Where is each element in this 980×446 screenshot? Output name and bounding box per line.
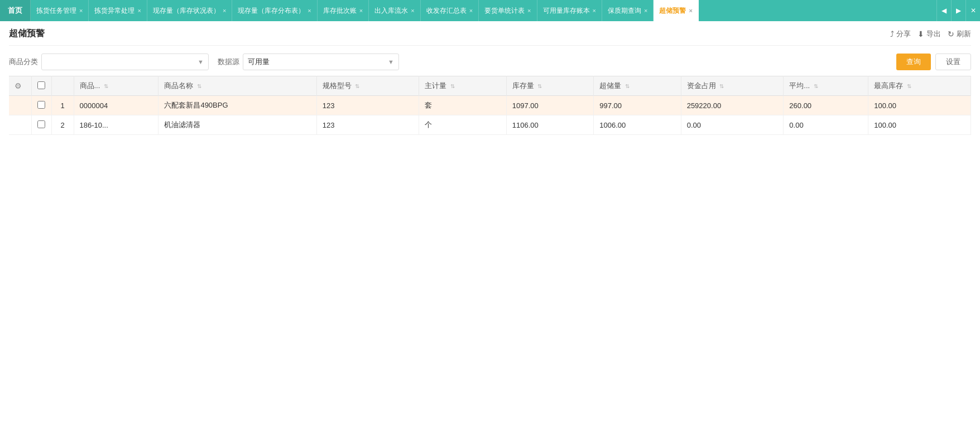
nav-arrow-left[interactable]: ◀ <box>936 0 951 21</box>
sort-stock-icon[interactable]: ⇅ <box>537 83 542 89</box>
sort-max-stock-icon[interactable]: ⇅ <box>907 83 911 89</box>
table-row: 2 186-10... 机油滤清器 123 个 1106.00 1006.00 … <box>9 115 971 135</box>
row-over-stock: 997.00 <box>594 96 681 115</box>
nav-recv-summary[interactable]: 收发存汇总表 × <box>421 0 479 21</box>
export-button[interactable]: ⬇ 导出 <box>917 29 941 39</box>
row-goods-name: 机油滤清器 <box>158 115 316 135</box>
row-capital: 259220.00 <box>681 96 784 115</box>
share-button[interactable]: ⤴ 分享 <box>890 29 911 39</box>
export-icon: ⬇ <box>917 30 924 38</box>
nav-inventory-status-label: 现存量（库存状况表） <box>153 6 220 16</box>
category-select[interactable]: ▼ <box>41 54 209 70</box>
close-recv-summary-icon[interactable]: × <box>469 7 473 14</box>
close-batch-icon[interactable]: × <box>359 7 363 14</box>
table-header-row: ⚙ 商品... ⇅ 商品名称 ⇅ 规格型号 ⇅ <box>9 76 971 96</box>
close-quality-check-icon[interactable]: × <box>644 7 647 14</box>
settings-button[interactable]: 设置 <box>935 54 971 70</box>
category-dropdown-icon: ▼ <box>198 59 204 65</box>
close-abnormal-icon[interactable]: × <box>137 7 141 14</box>
row-checkbox[interactable] <box>37 120 45 128</box>
export-label: 导出 <box>926 29 941 39</box>
sort-spec-icon[interactable]: ⇅ <box>355 83 359 89</box>
nav-home-label: 首页 <box>8 6 22 16</box>
row-gear-cell <box>9 96 31 115</box>
close-inventory-dist-icon[interactable]: × <box>308 7 311 14</box>
col-spec[interactable]: 规格型号 ⇅ <box>316 76 419 96</box>
refresh-icon: ↻ <box>948 30 954 38</box>
nav-batch-label: 库存批次账 <box>323 6 357 16</box>
nav-over-storage-label: 超储预警 <box>659 6 686 16</box>
header-actions: ⤴ 分享 ⬇ 导出 ↻ 刷新 <box>890 29 971 39</box>
col-max-stock[interactable]: 最高库存 ⇅ <box>868 76 971 96</box>
nav-quality-check[interactable]: 保质期查询 × <box>602 0 654 21</box>
nav-arrows: ◀ ▶ ✕ <box>936 0 980 21</box>
nav-recv-summary-label: 收发存汇总表 <box>426 6 467 16</box>
nav-task-mgmt-label: 拣货任务管理 <box>36 6 76 16</box>
table-row: 1 0000004 六配套新昌490BPG 123 套 1097.00 997.… <box>9 96 971 115</box>
nav-inventory-dist[interactable]: 现存量（库存分布表） × <box>232 0 317 21</box>
nav-inventory-status[interactable]: 现存量（库存状况表） × <box>147 0 232 21</box>
col-gear: ⚙ <box>9 76 31 96</box>
datasource-select[interactable]: 可用量 ▼ <box>243 54 399 70</box>
filter-datasource: 数据源 可用量 ▼ <box>218 54 399 70</box>
row-spec: 123 <box>316 115 419 135</box>
nav-batch[interactable]: 库存批次账 × <box>318 0 369 21</box>
close-order-stats-icon[interactable]: × <box>527 7 531 14</box>
row-over-stock: 1006.00 <box>594 115 681 135</box>
col-max-stock-label: 最高库存 <box>874 81 903 90</box>
top-navigation: 首页 拣货任务管理 × 拣货异常处理 × 现存量（库存状况表） × 现存量（库存… <box>0 0 980 21</box>
gear-icon[interactable]: ⚙ <box>15 81 22 90</box>
row-max-stock: 100.00 <box>868 115 971 135</box>
nav-arrow-right[interactable]: ▶ <box>951 0 965 21</box>
nav-abnormal-label: 拣货异常处理 <box>94 6 134 16</box>
nav-available-acct[interactable]: 可用量库存账本 × <box>537 0 602 21</box>
sort-unit-icon[interactable]: ⇅ <box>450 83 455 89</box>
col-stock[interactable]: 库存量 ⇅ <box>506 76 593 96</box>
sort-goods-code-icon[interactable]: ⇅ <box>104 83 108 89</box>
row-stock: 1106.00 <box>506 115 593 135</box>
page-header: 超储预警 ⤴ 分享 ⬇ 导出 ↻ 刷新 <box>9 21 971 46</box>
page-title: 超储预警 <box>9 28 45 40</box>
nav-order-stats[interactable]: 要货单统计表 × <box>479 0 537 21</box>
share-label: 分享 <box>896 29 911 39</box>
col-avg[interactable]: 平均... ⇅ <box>784 76 868 96</box>
sort-capital-icon[interactable]: ⇅ <box>719 83 724 89</box>
row-checkbox[interactable] <box>37 101 45 109</box>
table-body: 1 0000004 六配套新昌490BPG 123 套 1097.00 997.… <box>9 96 971 135</box>
query-button[interactable]: 查询 <box>896 54 931 70</box>
col-goods-name-label: 商品名称 <box>164 81 193 90</box>
col-capital[interactable]: 资金占用 ⇅ <box>681 76 784 96</box>
nav-home[interactable]: 首页 <box>0 0 31 21</box>
nav-over-storage[interactable]: 超储预警 × <box>654 0 698 21</box>
nav-task-mgmt[interactable]: 拣货任务管理 × <box>31 0 89 21</box>
close-inout-flow-icon[interactable]: × <box>411 7 414 14</box>
datasource-select-value: 可用量 <box>248 57 270 67</box>
row-capital: 0.00 <box>681 115 784 135</box>
col-goods-code[interactable]: 商品... ⇅ <box>74 76 158 96</box>
nav-inventory-dist-label: 现存量（库存分布表） <box>238 6 305 16</box>
col-unit[interactable]: 主计量 ⇅ <box>419 76 506 96</box>
category-label: 商品分类 <box>9 57 38 67</box>
close-available-acct-icon[interactable]: × <box>593 7 596 14</box>
refresh-button[interactable]: ↻ 刷新 <box>948 29 971 39</box>
nav-arrow-close[interactable]: ✕ <box>965 0 980 21</box>
row-unit: 个 <box>419 115 506 135</box>
row-goods-code: 0000004 <box>74 96 158 115</box>
row-number: 1 <box>51 96 74 115</box>
col-goods-name[interactable]: 商品名称 ⇅ <box>158 76 316 96</box>
select-all-checkbox[interactable] <box>37 81 45 89</box>
col-stock-label: 库存量 <box>512 81 534 90</box>
sort-over-stock-icon[interactable]: ⇅ <box>625 83 630 89</box>
sort-goods-name-icon[interactable]: ⇅ <box>197 83 201 89</box>
col-capital-label: 资金占用 <box>687 81 716 90</box>
col-over-stock[interactable]: 超储量 ⇅ <box>594 76 681 96</box>
nav-order-stats-label: 要货单统计表 <box>484 6 525 16</box>
close-inventory-status-icon[interactable]: × <box>223 7 226 14</box>
close-task-mgmt-icon[interactable]: × <box>79 7 83 14</box>
nav-inout-flow[interactable]: 出入库流水 × <box>369 0 420 21</box>
close-over-storage-icon[interactable]: × <box>689 7 692 14</box>
sort-avg-icon[interactable]: ⇅ <box>814 83 818 89</box>
datasource-label: 数据源 <box>218 57 239 67</box>
page-content: 超储预警 ⤴ 分享 ⬇ 导出 ↻ 刷新 商品分类 ▼ 数据源 <box>0 21 980 144</box>
nav-abnormal[interactable]: 拣货异常处理 × <box>89 0 147 21</box>
